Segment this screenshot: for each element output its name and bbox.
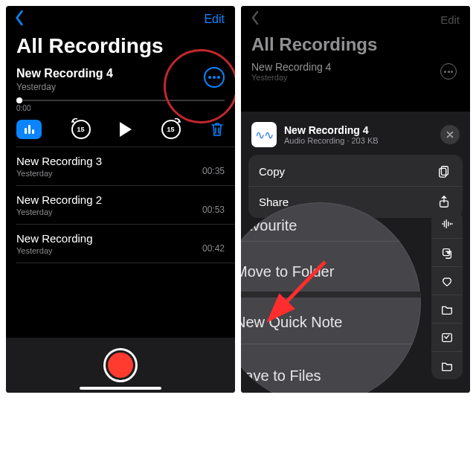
close-icon [446,130,454,139]
svg-rect-1 [440,168,446,177]
recording-name: New Recording 4 [16,67,225,80]
record-icon [108,353,133,378]
delete-button[interactable] [210,121,225,138]
ellipsis-icon [208,76,220,79]
sheet-file-meta: Audio Recording · 203 KB [284,136,379,145]
recording-row[interactable]: New Recording 3Yesterday 00:35 [6,147,235,185]
recording-date: Yesterday [16,169,102,178]
svg-rect-0 [441,167,448,176]
scrubber-knob[interactable] [16,97,22,103]
skip-seconds-label: 15 [167,126,174,133]
option-label: Copy [259,165,285,178]
play-icon [120,122,132,137]
recording-row[interactable]: New Recording 2Yesterday 00:53 [6,186,235,224]
voice-memos-list-screen: Edit All Recordings New Recording 4 Yest… [6,6,235,393]
share-sheet-screen: Edit All Recordings New Recording 4 Yest… [241,6,470,393]
skip-seconds-label: 15 [77,126,84,133]
condensed-option-icons [431,210,463,379]
skip-back-button[interactable]: 15 [71,120,91,139]
record-button[interactable] [103,348,138,382]
recording-date: Yesterday [16,82,225,92]
trash-icon [210,121,225,138]
recording-name: New Recording 2 [16,193,102,206]
recording-name: New Recording [16,232,93,245]
option-label: Share [259,196,289,208]
skip-forward-button[interactable]: 15 [161,120,181,139]
duplicate-icon[interactable] [431,238,463,266]
recording-duration: 00:53 [202,205,225,215]
recording-duration: 00:42 [202,243,225,254]
folder-icon[interactable] [431,295,463,323]
playback-settings-button[interactable] [16,120,42,139]
play-button[interactable] [120,122,132,137]
magnified-move-label: Move to Folder [241,263,334,280]
playback-controls: 15 15 [6,112,235,147]
sheet-file-name: New Recording 4 [284,124,379,136]
edit-button[interactable]: Edit [204,13,225,26]
record-bar [6,338,235,393]
home-indicator[interactable] [80,387,161,390]
playback-scrubber[interactable]: 0:00 [6,98,235,112]
playhead-time: 0:00 [16,104,225,112]
magnified-quicknote-label: New Quick Note [241,314,343,331]
recording-name: New Recording 3 [16,155,102,167]
page-title: All Recordings [6,28,235,62]
sliders-icon [25,125,34,134]
selected-recording[interactable]: New Recording 4 Yesterday [6,62,235,98]
sheet-header: ∿∿ New Recording 4 Audio Recording · 203… [248,119,463,155]
close-sheet-button[interactable] [440,125,460,144]
nav-bar: Edit [6,6,235,28]
waveform-icon[interactable] [431,210,463,238]
more-options-button[interactable] [204,67,225,88]
recording-row[interactable]: New RecordingYesterday 00:42 [6,225,235,263]
recording-date: Yesterday [16,208,102,216]
recording-duration: 00:35 [202,166,225,176]
recording-date: Yesterday [16,246,93,255]
heart-icon[interactable] [431,266,463,295]
quicknote-icon[interactable] [431,323,463,351]
files-icon[interactable] [431,351,463,379]
copy-option[interactable]: Copy [248,156,463,186]
share-icon [436,195,452,208]
back-chevron-icon[interactable] [13,10,25,29]
copy-icon [436,164,452,178]
audio-file-icon: ∿∿ [251,122,277,147]
